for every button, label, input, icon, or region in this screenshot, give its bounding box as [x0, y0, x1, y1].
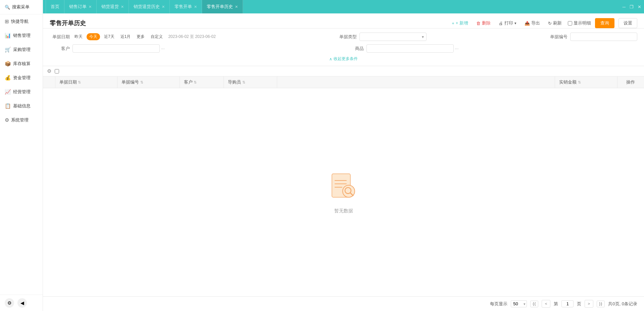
- prev-page-button[interactable]: ＜: [542, 300, 550, 308]
- date-btn-7days[interactable]: 近7天: [102, 33, 116, 40]
- th-amount-label: 实销金额: [559, 80, 577, 85]
- close-window-icon[interactable]: ✕: [638, 4, 641, 9]
- sys-mgmt-icon: ⚙: [5, 117, 9, 123]
- refresh-button[interactable]: ↻ 刷新: [546, 19, 564, 28]
- close-sales-return-history-icon[interactable]: ✕: [162, 5, 165, 9]
- table-column-settings-icon[interactable]: ⚙: [47, 68, 51, 74]
- th-checkbox: [43, 76, 55, 88]
- select-all-checkbox[interactable]: [55, 69, 59, 73]
- print-label: 打印: [504, 20, 513, 26]
- th-no[interactable]: 单据编号 ⇅: [117, 76, 180, 88]
- inventory-icon: 📦: [5, 61, 11, 67]
- customer-input[interactable]: [72, 44, 160, 53]
- page-label-prefix: 第: [554, 301, 558, 307]
- tab-home-label: 首页: [51, 4, 59, 10]
- collapse-filter-button[interactable]: ∧ 收起更多条件: [50, 56, 637, 62]
- pagination: 每页显示 10 20 50 100 ⟨⟨ ＜ 第 页 ＞ ⟩⟩ 共0页, 0条记…: [43, 296, 644, 311]
- sidebar-item-sales-mgmt[interactable]: 📊 销售管理: [0, 29, 43, 43]
- sidebar-item-label: 库存核算: [13, 61, 31, 67]
- ops-mgmt-icon: 📈: [5, 89, 11, 95]
- filter-row-date: 单据日期 昨天 今天 近7天 近1月 更多 自定义 2023-06-02 至 2…: [50, 33, 637, 41]
- display-detail-checkbox-label[interactable]: 显示明细: [568, 20, 591, 26]
- th-customer-label: 客户: [184, 80, 193, 85]
- goods-dots[interactable]: ···: [455, 46, 459, 51]
- tab-sales-order[interactable]: 销售订单 ✕: [64, 0, 97, 13]
- page-size-select[interactable]: 10 20 50 100: [511, 300, 527, 307]
- delete-button[interactable]: 🗑 删除: [474, 19, 493, 28]
- next-page-button[interactable]: ＞: [585, 300, 593, 308]
- doc-no-filter-label: 单据编号: [547, 34, 567, 40]
- tab-sales-return-history[interactable]: 销货退货历史 ✕: [129, 0, 170, 13]
- add-label: + 新增: [456, 20, 468, 26]
- filter-row-customer: 客户 ··· 商品 ···: [50, 44, 637, 53]
- sidebar-item-label: 经营管理: [13, 89, 31, 95]
- sidebar-search-label: 搜索采单: [12, 4, 30, 10]
- date-filter-label: 单据日期: [50, 34, 70, 40]
- th-empty: [277, 76, 555, 88]
- sidebar-item-purchase-mgmt[interactable]: 🛒 采购管理: [0, 43, 43, 57]
- refresh-icon: ↻: [548, 21, 552, 26]
- empty-illustration: [327, 170, 360, 204]
- close-retail-open-icon[interactable]: ✕: [194, 5, 197, 9]
- sidebar-item-label: 基础信息: [13, 103, 31, 109]
- date-btn-1month[interactable]: 近1月: [118, 33, 133, 40]
- last-page-button[interactable]: ⟩⟩: [597, 301, 605, 307]
- finance-icon: 💰: [5, 75, 11, 81]
- sidebar-item-sys-mgmt[interactable]: ⚙ 系统管理: [0, 113, 43, 127]
- add-icon: +: [452, 21, 454, 26]
- tab-sales-return[interactable]: 销货退货 ✕: [97, 0, 129, 13]
- sort-customer-icon: ⇅: [194, 80, 197, 84]
- collapse-sidebar-icon[interactable]: ◀: [17, 298, 27, 308]
- sidebar-item-label: 快捷导航: [11, 18, 29, 24]
- close-sales-order-icon[interactable]: ✕: [89, 5, 92, 9]
- date-btn-more[interactable]: 更多: [135, 33, 147, 40]
- sidebar-item-ops-mgmt[interactable]: 📈 经营管理: [0, 85, 43, 99]
- topnav: 首页 销售订单 ✕ 销货退货 ✕ 销货退货历史 ✕ 零售开单 ✕ 零售开单历史 …: [43, 0, 644, 13]
- sidebar-item-label: 采购管理: [13, 47, 31, 53]
- doc-no-input[interactable]: [570, 33, 637, 41]
- sales-mgmt-icon: 📊: [5, 33, 11, 39]
- sidebar-search[interactable]: 🔍 搜索采单: [0, 0, 43, 14]
- th-salesperson[interactable]: 导购员 ⇅: [224, 76, 277, 88]
- date-btn-today[interactable]: 今天: [87, 33, 100, 40]
- export-icon: 📤: [525, 21, 530, 26]
- print-button[interactable]: 🖨 打印 ▾: [497, 19, 518, 28]
- close-sales-return-icon[interactable]: ✕: [121, 5, 124, 9]
- tab-retail-open-history[interactable]: 零售开单历史 ✕: [202, 0, 243, 13]
- sidebar-item-finance[interactable]: 💰 资金管理: [0, 71, 43, 85]
- empty-text: 暂无数据: [334, 208, 353, 214]
- minimize-icon[interactable]: ─: [623, 4, 626, 9]
- sort-date-icon: ⇅: [78, 80, 81, 84]
- add-button[interactable]: + + 新增: [450, 19, 470, 28]
- sidebar-item-basic-info[interactable]: 📋 基础信息: [0, 99, 43, 113]
- th-amount[interactable]: 实销金额 ⇅: [555, 76, 617, 88]
- goods-input[interactable]: [366, 44, 454, 53]
- display-detail-checkbox[interactable]: [568, 21, 572, 25]
- query-button[interactable]: 查询: [595, 18, 614, 28]
- topnav-right: ─ ❐ ✕: [623, 4, 641, 9]
- first-page-button[interactable]: ⟨⟨: [530, 301, 538, 307]
- sidebar-item-quick-nav[interactable]: ⊞ 快捷导航: [0, 14, 43, 29]
- close-retail-open-history-icon[interactable]: ✕: [235, 5, 238, 9]
- th-date[interactable]: 单据日期 ⇅: [55, 76, 117, 88]
- table-header: 单据日期 ⇅ 单据编号 ⇅ 客户 ⇅ 导购员 ⇅: [43, 76, 644, 88]
- setting-button[interactable]: 设置: [618, 18, 637, 28]
- th-customer[interactable]: 客户 ⇅: [180, 76, 224, 88]
- sidebar-item-inventory[interactable]: 📦 库存核算: [0, 57, 43, 71]
- sort-salesperson-icon: ⇅: [242, 80, 245, 84]
- tab-retail-open[interactable]: 零售开单 ✕: [170, 0, 202, 13]
- current-page-input[interactable]: [561, 300, 574, 307]
- display-detail-label: 显示明细: [574, 20, 591, 26]
- customer-dots[interactable]: ···: [161, 46, 165, 51]
- date-btn-custom[interactable]: 自定义: [149, 33, 165, 40]
- date-btn-yesterday[interactable]: 昨天: [72, 33, 85, 40]
- settings-gear-icon[interactable]: ⚙: [5, 298, 14, 308]
- export-button[interactable]: 📤 导出: [523, 19, 542, 28]
- tab-home[interactable]: 首页: [46, 0, 64, 13]
- restore-icon[interactable]: ❐: [630, 4, 634, 9]
- sort-amount-icon: ⇅: [578, 80, 581, 84]
- collapse-label: 收起更多条件: [334, 56, 358, 62]
- doc-type-select-wrap: [359, 33, 427, 41]
- doc-type-select[interactable]: [359, 33, 427, 41]
- th-ops: 操作: [617, 76, 644, 88]
